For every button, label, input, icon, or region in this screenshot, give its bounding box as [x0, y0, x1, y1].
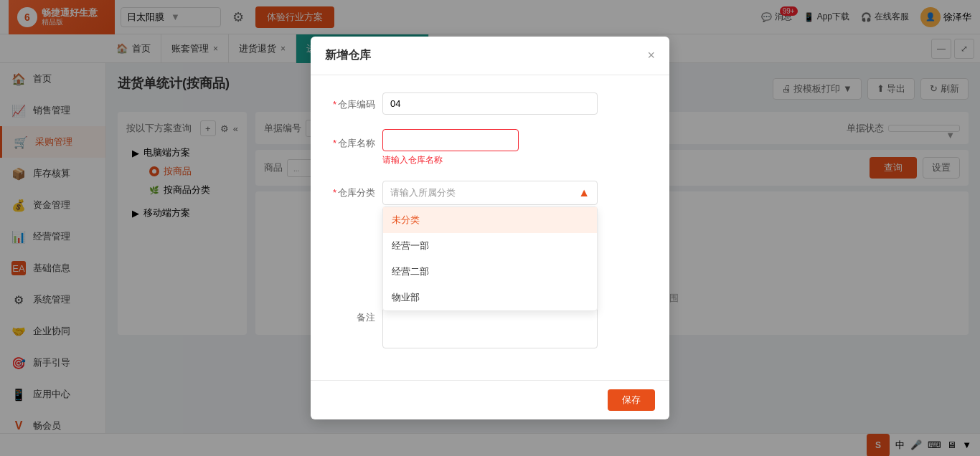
- dropdown-item-dept2[interactable]: 经营二部: [383, 259, 597, 285]
- chevron-up-icon: ▲: [578, 186, 590, 199]
- modal-header: 新增仓库 ×: [311, 37, 669, 75]
- form-row-category: 仓库分类 请输入所属分类 ▲ 未分类 经营一部 经营二部 物业部: [325, 181, 655, 205]
- modal-body: 仓库编码 仓库名称 请输入仓库名称 仓库分类 请输入所属分类: [311, 75, 669, 380]
- field-code-label: 仓库编码: [325, 92, 382, 111]
- form-row-remark: 备注: [325, 305, 655, 348]
- dropdown-item-dept1[interactable]: 经营一部: [383, 233, 597, 259]
- category-dropdown[interactable]: 请输入所属分类 ▲: [382, 181, 598, 205]
- modal-overlay: 新增仓库 × 仓库编码 仓库名称 请输入仓库名称 仓库分类: [0, 0, 980, 456]
- category-dropdown-list: 未分类 经营一部 经营二部 物业部: [382, 206, 598, 311]
- field-category-label: 仓库分类: [325, 181, 382, 199]
- dropdown-item-dept3[interactable]: 物业部: [383, 285, 597, 310]
- modal-footer: 保存: [311, 380, 669, 419]
- warehouse-code-input[interactable]: [382, 92, 598, 115]
- modal-close-button[interactable]: ×: [647, 48, 655, 63]
- field-name-error: 请输入仓库名称: [382, 155, 443, 165]
- form-row-code: 仓库编码: [325, 92, 655, 115]
- warehouse-name-input[interactable]: [382, 129, 519, 151]
- save-button[interactable]: 保存: [608, 389, 655, 411]
- modal-title: 新增仓库: [325, 48, 371, 63]
- form-row-name: 仓库名称 请输入仓库名称: [325, 129, 655, 166]
- new-warehouse-modal: 新增仓库 × 仓库编码 仓库名称 请输入仓库名称 仓库分类: [311, 37, 669, 419]
- field-name-label: 仓库名称: [325, 131, 382, 150]
- category-wrapper: 请输入所属分类 ▲ 未分类 经营一部 经营二部 物业部: [382, 181, 598, 205]
- field-remark-label: 备注: [325, 305, 382, 324]
- dropdown-item-unclassified[interactable]: 未分类: [383, 207, 597, 233]
- remark-input[interactable]: [382, 305, 598, 348]
